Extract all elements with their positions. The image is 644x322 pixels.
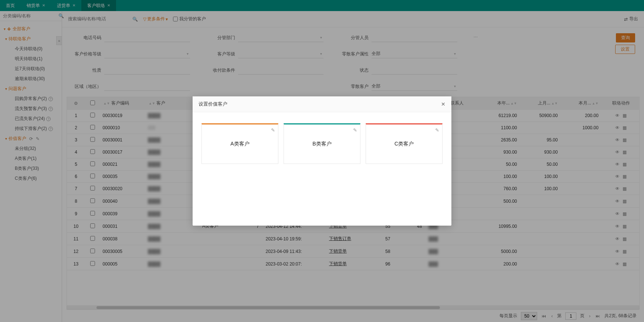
modal-overlay[interactable]: 设置价值客户 ✕ ✎ A类客户 ✎ B类客户 ✎ C类客户	[0, 0, 644, 322]
card-a[interactable]: ✎ A类客户	[201, 123, 278, 164]
edit-icon[interactable]: ✎	[353, 127, 357, 133]
edit-icon[interactable]: ✎	[435, 127, 439, 133]
card-b[interactable]: ✎ B类客户	[284, 123, 360, 164]
close-icon[interactable]: ✕	[441, 101, 445, 107]
card-b-label: B类客户	[312, 141, 331, 147]
card-c-label: C类客户	[394, 141, 414, 147]
modal-title: 设置价值客户	[199, 101, 227, 107]
edit-icon[interactable]: ✎	[271, 127, 275, 133]
card-a-label: A类客户	[230, 141, 249, 147]
card-c[interactable]: ✎ C类客户	[366, 123, 443, 164]
value-customer-modal: 设置价值客户 ✕ ✎ A类客户 ✎ B类客户 ✎ C类客户	[193, 96, 451, 226]
modal-body: ✎ A类客户 ✎ B类客户 ✎ C类客户	[193, 112, 451, 226]
modal-header: 设置价值客户 ✕	[193, 96, 451, 112]
